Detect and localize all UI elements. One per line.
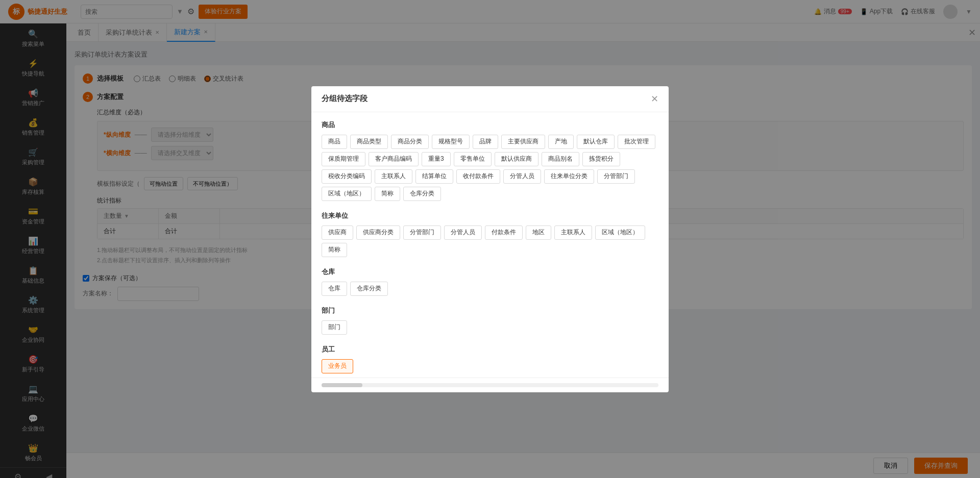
field-tag-settlement-unit[interactable]: 结算单位 xyxy=(415,169,453,184)
modal-header: 分组待选字段 ✕ xyxy=(311,86,669,112)
field-tag-warehouse[interactable]: 仓库 xyxy=(322,282,347,296)
section-dept-tags: 部门 xyxy=(322,320,658,335)
section-employee-title: 员工 xyxy=(322,345,658,354)
section-warehouse-tags: 仓库 仓库分类 xyxy=(322,282,658,296)
section-product: 商品 商品 商品类型 商品分类 规格型号 品牌 主要供应商 产地 默认仓库 批次… xyxy=(322,120,658,201)
section-product-tags: 商品 商品类型 商品分类 规格型号 品牌 主要供应商 产地 默认仓库 批次管理 … xyxy=(322,135,658,201)
field-tag-area[interactable]: 地区 xyxy=(526,225,551,240)
field-tag-supervisor[interactable]: 分管人员 xyxy=(503,169,541,184)
field-tag-batch-mgmt[interactable]: 批次管理 xyxy=(618,135,655,149)
field-tag-main-contact[interactable]: 主联系人 xyxy=(375,169,412,184)
modal-body: 商品 商品 商品类型 商品分类 规格型号 品牌 主要供应商 产地 默认仓库 批次… xyxy=(311,112,669,378)
field-tag-retail-unit[interactable]: 零售单位 xyxy=(454,152,492,166)
field-tag-supplier[interactable]: 供应商 xyxy=(322,225,353,240)
section-partner: 往来单位 供应商 供应商分类 分管部门 分管人员 付款条件 地区 主联系人 区域… xyxy=(322,211,658,257)
field-tag-spec-model[interactable]: 规格型号 xyxy=(432,135,470,149)
modal-close-button[interactable]: ✕ xyxy=(651,93,658,105)
field-tag-dept-mgr2[interactable]: 分管部门 xyxy=(403,225,441,240)
field-tag-abbr[interactable]: 简称 xyxy=(375,187,400,201)
field-tag-warehouse-cat[interactable]: 仓库分类 xyxy=(350,282,388,296)
field-tag-supplier-category[interactable]: 供应商分类 xyxy=(356,225,400,240)
field-tag-main-contact2[interactable]: 主联系人 xyxy=(554,225,592,240)
field-tag-origin[interactable]: 产地 xyxy=(548,135,574,149)
modal-title: 分组待选字段 xyxy=(322,94,368,104)
field-tag-salesman[interactable]: 业务员 xyxy=(322,359,353,373)
field-tag-product-category[interactable]: 商品分类 xyxy=(391,135,429,149)
field-tag-tax-code[interactable]: 税收分类编码 xyxy=(322,169,372,184)
modal-overlay: 分组待选字段 ✕ 商品 商品 商品类型 商品分类 规格型号 品牌 主要供应商 产… xyxy=(0,0,980,478)
field-tag-dept[interactable]: 部门 xyxy=(322,320,347,335)
field-tag-pick-score[interactable]: 拣货积分 xyxy=(582,152,620,166)
field-tag-abbr2[interactable]: 简称 xyxy=(322,243,347,257)
section-partner-title: 往来单位 xyxy=(322,211,658,220)
section-partner-tags: 供应商 供应商分类 分管部门 分管人员 付款条件 地区 主联系人 区域（地区） … xyxy=(322,225,658,257)
field-tag-region2[interactable]: 区域（地区） xyxy=(595,225,645,240)
field-tag-payment-terms[interactable]: 收付款条件 xyxy=(456,169,500,184)
section-product-title: 商品 xyxy=(322,120,658,130)
field-tag-warehouse-category[interactable]: 仓库分类 xyxy=(403,187,441,201)
field-tag-dept-mgr[interactable]: 分管部门 xyxy=(597,169,635,184)
field-tag-product-alias[interactable]: 商品别名 xyxy=(542,152,579,166)
field-tag-brand[interactable]: 品牌 xyxy=(473,135,498,149)
section-warehouse-title: 仓库 xyxy=(322,267,658,276)
section-employee-tags: 业务员 xyxy=(322,359,658,373)
field-tag-partner-category[interactable]: 往来单位分类 xyxy=(544,169,594,184)
field-tag-customer-code[interactable]: 客户商品编码 xyxy=(369,152,419,166)
section-warehouse: 仓库 仓库 仓库分类 xyxy=(322,267,658,296)
field-tag-main-supplier[interactable]: 主要供应商 xyxy=(501,135,545,149)
field-tag-shelf-life[interactable]: 保质期管理 xyxy=(322,152,365,166)
scroll-thumb[interactable] xyxy=(322,383,362,387)
horizontal-scrollbar[interactable] xyxy=(322,383,658,387)
field-tag-payment-cond[interactable]: 付款条件 xyxy=(485,225,523,240)
modal: 分组待选字段 ✕ 商品 商品 商品类型 商品分类 规格型号 品牌 主要供应商 产… xyxy=(311,86,669,392)
modal-footer xyxy=(311,378,669,392)
field-tag-default-supplier[interactable]: 默认供应商 xyxy=(495,152,538,166)
field-tag-product-type[interactable]: 商品类型 xyxy=(350,135,388,149)
section-employee: 员工 业务员 xyxy=(322,345,658,373)
field-tag-product[interactable]: 商品 xyxy=(322,135,347,149)
section-dept-title: 部门 xyxy=(322,306,658,315)
section-dept: 部门 部门 xyxy=(322,306,658,335)
field-tag-supervisor2[interactable]: 分管人员 xyxy=(444,225,482,240)
field-tag-region[interactable]: 区域（地区） xyxy=(322,187,372,201)
field-tag-default-warehouse[interactable]: 默认仓库 xyxy=(577,135,615,149)
field-tag-weight[interactable]: 重量3 xyxy=(422,152,451,166)
